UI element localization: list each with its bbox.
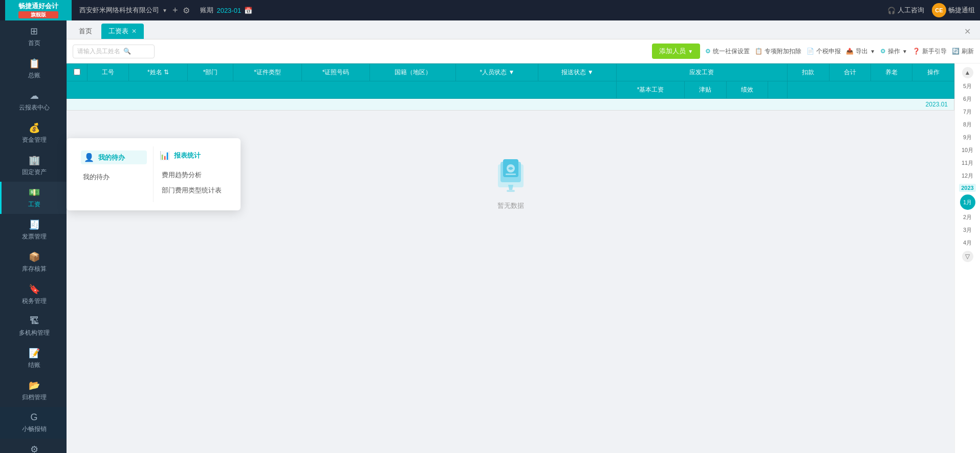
- sidebar-item-settlement[interactable]: 📝结账: [0, 342, 67, 375]
- svg-marker-5: [508, 185, 513, 190]
- month-item-12[interactable]: 12月: [955, 169, 980, 182]
- month-item-1[interactable]: 1月: [960, 195, 975, 210]
- svg-rect-6: [507, 190, 515, 192]
- toolbar-action-tax-declaration[interactable]: 📄个税申报: [807, 47, 841, 56]
- toolbar-action-icon-special-deduction: 📋: [755, 48, 763, 55]
- month-item-6[interactable]: 6月: [955, 93, 980, 105]
- toolbar-action-label-export: 导出: [856, 47, 868, 56]
- month-item-7[interactable]: 7月: [955, 105, 980, 118]
- toolbar-action-icon-export: 📤: [846, 48, 854, 55]
- month-item-5[interactable]: 5月: [955, 80, 980, 93]
- toolbar-action-operations[interactable]: ⚙操作▼: [880, 47, 907, 56]
- popup-col-reports: 📊 报表统计 费用趋势分析 部门费用类型统计表: [154, 146, 232, 202]
- table-container: 工号 *姓名 ⇅ *部门 *证件类型 *证照号码 国籍（地区） *人员状态 ▼ …: [67, 63, 954, 453]
- sidebar-label-salary: 工资: [28, 200, 40, 209]
- toolbar-action-special-deduction[interactable]: 📋专项附加扣除: [755, 47, 801, 56]
- sidebar-item-fund-management[interactable]: 💰资金管理: [0, 117, 67, 149]
- sidebar-label-home: 首页: [28, 39, 40, 48]
- settings-icon[interactable]: ⚙: [183, 6, 190, 15]
- header-country: 国籍（地区）: [370, 64, 456, 81]
- header-report-status: 报送状态 ▼: [538, 64, 616, 81]
- toolbar-action-label-tax-declaration: 个税申报: [816, 47, 841, 56]
- sidebar-label-tax: 税务管理: [22, 297, 47, 306]
- header-bonus: 津贴: [685, 81, 726, 99]
- popup-col-todo: 👤 我的待办 我的待办: [75, 146, 154, 202]
- header-checkbox[interactable]: [67, 64, 88, 81]
- header-dept: *部门: [187, 64, 233, 81]
- logo-text: 畅捷通好会计 旗舰版: [18, 2, 58, 18]
- sidebar-label-fixed-assets: 固定资产: [22, 168, 47, 177]
- select-all-checkbox[interactable]: [74, 69, 80, 75]
- service-label: 人工咨询: [898, 6, 924, 15]
- header-id-number: *证照号码: [301, 64, 369, 81]
- sidebar-item-basic-settings[interactable]: ⚙基础设置: [0, 439, 67, 453]
- popup-reports-icon: 📊: [160, 150, 170, 160]
- toolbar-action-export[interactable]: 📤导出▼: [846, 47, 875, 56]
- month-item-2[interactable]: 2月: [955, 211, 980, 224]
- month-item-9[interactable]: 9月: [955, 131, 980, 144]
- toolbar-action-label-operations: 操作: [888, 47, 900, 56]
- toolbar-action-refresh[interactable]: 🔄刷新: [952, 47, 974, 56]
- user-profile[interactable]: CE 畅捷通组: [932, 3, 975, 17]
- popup-reports-item-2[interactable]: 部门费用类型统计表: [160, 183, 226, 198]
- toolbar-action-label-refresh: 刷新: [962, 47, 974, 56]
- avatar: CE: [932, 3, 946, 17]
- toolbar-action-label-special-deduction: 专项附加扣除: [765, 47, 801, 56]
- toolbar-actions: ⚙统一社保设置📋专项附加扣除📄个税申报📤导出▼⚙操作▼❓新手引导🔄刷新: [705, 47, 974, 56]
- calendar-icon[interactable]: 📅: [244, 7, 252, 14]
- toolbar-action-arrow-operations: ▼: [902, 49, 907, 54]
- popup-todo-item[interactable]: 我的待办: [81, 169, 147, 185]
- popup-reports-title: 📊 报表统计: [160, 150, 226, 162]
- tab-close-icon[interactable]: ✕: [132, 28, 137, 35]
- month-item-11[interactable]: 11月: [955, 157, 980, 169]
- toolbar-action-new-guide[interactable]: ❓新手引导: [912, 47, 947, 56]
- month-sidebar: ▲ 5月 6月 7月 8月 9月 10月 11月 12月 2023 1月 2月 …: [954, 63, 980, 453]
- sidebar-icon-settlement: 📝: [29, 348, 40, 359]
- sidebar-label-invoice-management: 发票管理: [22, 232, 47, 241]
- toolbar-action-icon-new-guide: ❓: [912, 48, 920, 55]
- sidebar-item-cloud-reports[interactable]: ☁云报表中心: [0, 85, 67, 117]
- svg-rect-4: [506, 174, 516, 175]
- sidebar-icon-salary: 💵: [29, 187, 40, 198]
- month-item-10[interactable]: 10月: [955, 144, 980, 157]
- period-label: 账期: [200, 6, 213, 15]
- sidebar-icon-basic-settings: ⚙: [30, 444, 38, 453]
- search-box[interactable]: 请输入员工姓名 🔍: [73, 45, 155, 58]
- header-deduct: 扣款: [788, 64, 829, 81]
- sidebar-item-multi-org[interactable]: 🏗多机构管理: [0, 311, 67, 342]
- sidebar-item-salary[interactable]: 💵工资: [0, 182, 67, 214]
- sidebar-item-home[interactable]: ⊞首页: [0, 20, 67, 53]
- sidebar-item-archive[interactable]: 📂归档管理: [0, 375, 67, 407]
- add-icon[interactable]: +: [172, 5, 178, 16]
- popup-reports-item-1[interactable]: 费用趋势分析: [160, 167, 226, 183]
- empty-text: 暂无数据: [497, 201, 524, 210]
- logo: 畅捷通好会计 旗舰版: [5, 0, 72, 20]
- content-area: 首页 工资表 ✕ ✕ 请输入员工姓名 🔍 添加人员 ▼ ⚙统一社保设置📋专项附加…: [67, 20, 980, 453]
- sidebar-item-general-ledger[interactable]: 📋总账: [0, 53, 67, 85]
- toolbar-action-social-insurance[interactable]: ⚙统一社保设置: [705, 47, 750, 56]
- sidebar-icon-multi-org: 🏗: [30, 316, 39, 327]
- sidebar-label-cloud-reports: 云报表中心: [19, 103, 50, 112]
- company-selector[interactable]: 西安虾米网络科技有限公司 ▼: [79, 6, 167, 15]
- sidebar-item-xiao-chang[interactable]: G小畅报销: [0, 407, 67, 439]
- tab-home[interactable]: 首页: [72, 24, 99, 39]
- add-person-button[interactable]: 添加人员 ▼: [652, 44, 700, 59]
- user-service[interactable]: 🎧 人工咨询: [887, 6, 924, 15]
- tab-area-close-icon[interactable]: ✕: [964, 27, 971, 36]
- sidebar-item-fixed-assets[interactable]: 🏢固定资产: [0, 149, 67, 182]
- header-salary-group: 应发工资: [616, 64, 787, 81]
- popup-todo-icon: 👤: [84, 153, 94, 162]
- month-item-8[interactable]: 8月: [955, 118, 980, 131]
- sidebar-item-inventory[interactable]: 📦库存核算: [0, 246, 67, 278]
- sidebar-item-invoice-management[interactable]: 🧾发票管理: [0, 214, 67, 246]
- tab-salary-table[interactable]: 工资表 ✕: [101, 24, 144, 39]
- header-person-status: *人员状态 ▼: [456, 64, 538, 81]
- month-item-4[interactable]: 4月: [955, 236, 980, 249]
- month-item-3[interactable]: 3月: [955, 224, 980, 236]
- sidebar-item-tax[interactable]: 🔖税务管理: [0, 278, 67, 311]
- search-icon[interactable]: 🔍: [123, 48, 131, 55]
- sidebar-icon-inventory: 📦: [29, 251, 40, 263]
- month-nav-up[interactable]: ▲: [962, 67, 973, 78]
- table-wrapper: 工号 *姓名 ⇅ *部门 *证件类型 *证照号码 国籍（地区） *人员状态 ▼ …: [67, 63, 980, 453]
- month-nav-down[interactable]: ▽: [962, 251, 973, 262]
